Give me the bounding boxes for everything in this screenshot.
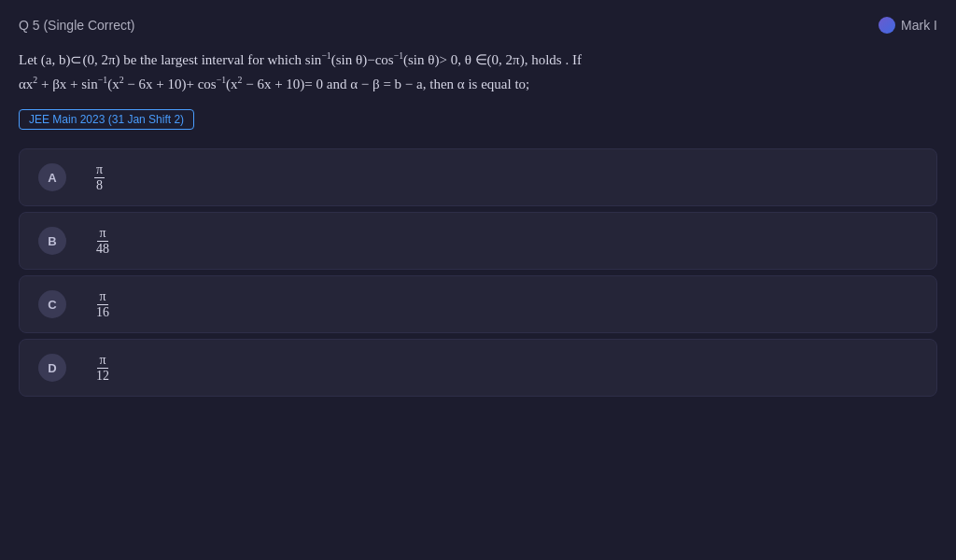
option-circle-a: A: [38, 163, 66, 191]
question-label: Q 5 (Single Correct): [19, 18, 134, 33]
option-row-c[interactable]: C π 16: [19, 275, 937, 333]
option-text-c: π 16: [94, 289, 111, 319]
question-line1: Let (a, b)⊂(0, 2π) be the largest interv…: [19, 49, 937, 73]
mark-button[interactable]: Mark I: [879, 17, 937, 34]
fraction-c: π 16: [94, 289, 111, 319]
header-row: Q 5 (Single Correct) Mark I: [19, 17, 937, 34]
question-text: Let (a, b)⊂(0, 2π) be the largest interv…: [19, 49, 937, 96]
options-container: A π 8 B π 48 C π 16: [19, 148, 937, 397]
option-text-b: π 48: [94, 226, 111, 256]
option-row-b[interactable]: B π 48: [19, 212, 937, 270]
page-container: Q 5 (Single Correct) Mark I Let (a, b)⊂(…: [0, 0, 956, 560]
option-circle-b: B: [38, 227, 66, 255]
option-circle-c: C: [38, 290, 66, 318]
mark-label: Mark I: [901, 18, 937, 33]
tag-badge: JEE Main 2023 (31 Jan Shift 2): [19, 109, 194, 130]
option-circle-d: D: [38, 354, 66, 382]
option-row-d[interactable]: D π 12: [19, 339, 937, 397]
option-row-a[interactable]: A π 8: [19, 148, 937, 206]
fraction-b: π 48: [94, 226, 111, 256]
fraction-d: π 12: [94, 353, 111, 383]
mark-icon: [879, 17, 895, 34]
option-text-a: π 8: [94, 162, 105, 192]
option-text-d: π 12: [94, 353, 111, 383]
question-line2: αx2 + βx + sin−1(x2 − 6x + 10)+ cos−1(x2…: [19, 73, 937, 97]
fraction-a: π 8: [94, 162, 105, 192]
